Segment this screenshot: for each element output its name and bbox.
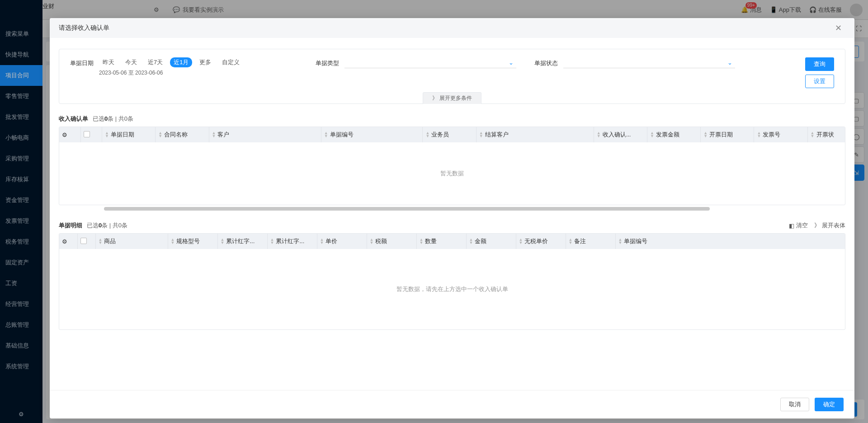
date-tab-5[interactable]: 自定义 bbox=[218, 57, 243, 67]
modal-select-income-confirm: 请选择收入确认单 ✕ 单据日期 昨天今天近7天近1月更多自定义 2023-05-… bbox=[50, 18, 854, 418]
column-header[interactable]: ▲▼金额 bbox=[466, 234, 516, 249]
double-chevron-down-icon: 》 bbox=[432, 94, 438, 102]
gear-column-icon[interactable]: ⚙ bbox=[59, 127, 80, 142]
column-header[interactable]: ▲▼客户 bbox=[209, 127, 321, 142]
section1-table: ⚙▲▼单据日期▲▼合同名称▲▼客户▲▼单据编号▲▼业务员▲▼结算客户▲▼收入确认… bbox=[59, 127, 845, 205]
modal-title: 请选择收入确认单 bbox=[59, 24, 109, 32]
sort-icon: ▲▼ bbox=[469, 238, 473, 244]
filter-panel: 单据日期 昨天今天近7天近1月更多自定义 2023-05-06 至 2023-0… bbox=[59, 49, 845, 104]
column-header[interactable]: ▲▼单价 bbox=[317, 234, 367, 249]
column-header[interactable]: ▲▼累计红字... bbox=[217, 234, 267, 249]
select-all-checkbox[interactable] bbox=[80, 127, 102, 142]
section2-table: ⚙▲▼商品▲▼规格型号▲▼累计红字...▲▼累计红字...▲▼单价▲▼税额▲▼数… bbox=[59, 233, 845, 330]
clear-button[interactable]: ◧清空 bbox=[789, 221, 808, 230]
confirm-button[interactable]: 确定 bbox=[815, 398, 844, 411]
filter-status-label: 单据状态 bbox=[534, 57, 558, 67]
sort-icon: ▲▼ bbox=[597, 132, 601, 138]
date-tab-4[interactable]: 更多 bbox=[196, 57, 215, 67]
sort-icon: ▲▼ bbox=[811, 132, 815, 138]
filter-type-label: 单据类型 bbox=[316, 57, 339, 67]
date-tab-2[interactable]: 近7天 bbox=[144, 57, 166, 67]
sort-icon: ▲▼ bbox=[703, 132, 708, 138]
sort-icon: ▲▼ bbox=[158, 132, 162, 138]
section1-title: 收入确认单 bbox=[59, 115, 88, 123]
sort-icon: ▲▼ bbox=[420, 238, 424, 244]
gear-column-icon[interactable]: ⚙ bbox=[59, 234, 77, 249]
column-header[interactable]: ▲▼累计红字... bbox=[267, 234, 317, 249]
date-range: 2023-05-06 至 2023-06-06 bbox=[99, 69, 243, 77]
column-header[interactable]: ▲▼单据编号 bbox=[321, 127, 423, 142]
eraser-icon: ◧ bbox=[789, 222, 794, 229]
sort-icon: ▲▼ bbox=[171, 238, 175, 244]
column-header[interactable]: ▲▼商品 bbox=[95, 234, 168, 249]
select-all-checkbox[interactable] bbox=[77, 234, 95, 249]
sort-icon: ▲▼ bbox=[99, 238, 103, 244]
section1-hscroll[interactable] bbox=[59, 207, 845, 212]
sort-icon: ▲▼ bbox=[569, 238, 573, 244]
section2-header: 单据明细 已选0条 | 共0条 ◧清空 》展开表体 bbox=[59, 221, 845, 230]
sort-icon: ▲▼ bbox=[618, 238, 623, 244]
sort-icon: ▲▼ bbox=[105, 132, 109, 138]
modal-footer: 取消 确定 bbox=[50, 390, 854, 418]
filter-type-select[interactable] bbox=[344, 57, 516, 68]
column-header[interactable]: ▲▼开票日期 bbox=[701, 127, 754, 142]
double-chevron-down-icon: 》 bbox=[814, 221, 820, 230]
date-tab-1[interactable]: 今天 bbox=[122, 57, 141, 67]
sort-icon: ▲▼ bbox=[212, 132, 216, 138]
column-header[interactable]: ▲▼结算客户 bbox=[476, 127, 594, 142]
filter-date-label: 单据日期 bbox=[70, 57, 94, 67]
column-header[interactable]: ▲▼数量 bbox=[416, 234, 466, 249]
column-header[interactable]: ▲▼合同名称 bbox=[156, 127, 209, 142]
column-header[interactable]: ▲▼单据编号 bbox=[615, 234, 845, 249]
close-icon[interactable]: ✕ bbox=[831, 21, 845, 35]
column-header[interactable]: ▲▼单据日期 bbox=[102, 127, 156, 142]
expand-body-button[interactable]: 》展开表体 bbox=[814, 221, 845, 230]
section1-empty: 暂无数据 bbox=[59, 142, 845, 205]
filter-date-group: 单据日期 昨天今天近7天近1月更多自定义 2023-05-06 至 2023-0… bbox=[70, 57, 243, 77]
section2-title: 单据明细 bbox=[59, 221, 82, 230]
date-tab-3[interactable]: 近1月 bbox=[170, 57, 192, 67]
column-header[interactable]: ▲▼发票金额 bbox=[647, 127, 700, 142]
column-header[interactable]: ▲▼发票号 bbox=[754, 127, 807, 142]
sort-icon: ▲▼ bbox=[650, 132, 654, 138]
filter-settings-button[interactable]: 设置 bbox=[805, 75, 834, 88]
sort-icon: ▲▼ bbox=[479, 132, 483, 138]
column-header[interactable]: ▲▼无税单价 bbox=[516, 234, 566, 249]
column-header[interactable]: ▲▼业务员 bbox=[423, 127, 476, 142]
date-tabs: 昨天今天近7天近1月更多自定义 bbox=[99, 57, 243, 67]
date-tab-0[interactable]: 昨天 bbox=[99, 57, 118, 67]
sort-icon: ▲▼ bbox=[370, 238, 374, 244]
query-button[interactable]: 查询 bbox=[805, 57, 834, 71]
section1-meta: 已选0条 | 共0条 bbox=[93, 115, 133, 123]
column-header[interactable]: ▲▼开票状 bbox=[807, 127, 845, 142]
section1-header: 收入确认单 已选0条 | 共0条 bbox=[59, 115, 845, 123]
modal-header: 请选择收入确认单 ✕ bbox=[50, 18, 854, 38]
sort-icon: ▲▼ bbox=[320, 238, 324, 244]
sort-icon: ▲▼ bbox=[270, 238, 274, 244]
column-header[interactable]: ▲▼规格型号 bbox=[168, 234, 217, 249]
sort-icon: ▲▼ bbox=[757, 132, 761, 138]
column-header[interactable]: ▲▼收入确认... bbox=[594, 127, 647, 142]
sort-icon: ▲▼ bbox=[324, 132, 328, 138]
sort-icon: ▲▼ bbox=[519, 238, 523, 244]
column-header[interactable]: ▲▼税额 bbox=[367, 234, 416, 249]
section2-empty: 暂无数据，请先在上方选中一个收入确认单 bbox=[59, 249, 845, 329]
sort-icon: ▲▼ bbox=[221, 238, 225, 244]
filter-status-select[interactable] bbox=[563, 57, 735, 68]
sort-icon: ▲▼ bbox=[425, 132, 429, 138]
cancel-button[interactable]: 取消 bbox=[780, 398, 809, 411]
expand-more-button[interactable]: 》 展开更多条件 bbox=[423, 92, 481, 104]
column-header[interactable]: ▲▼备注 bbox=[566, 234, 615, 249]
section2-meta: 已选0条 | 共0条 bbox=[87, 221, 127, 230]
